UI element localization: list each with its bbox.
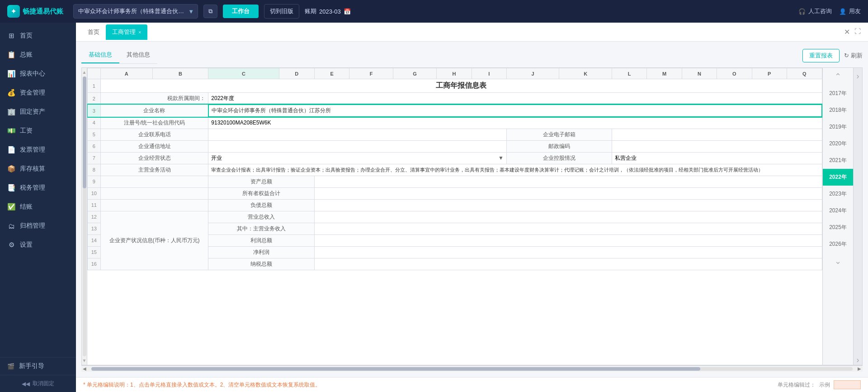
row5-value[interactable] [208, 129, 507, 140]
year-2021[interactable]: 2021年 [823, 152, 853, 169]
row2-value[interactable]: 2022年度 [208, 93, 822, 105]
unpin-button[interactable]: ◀◀ 取消固定 [0, 375, 76, 392]
sidebar-item-ledger[interactable]: 📋 总账 [0, 45, 76, 64]
row10-value[interactable] [315, 187, 822, 199]
col-header-a[interactable]: A [100, 68, 152, 79]
year-2025[interactable]: 2025年 [823, 219, 853, 236]
collapse-up-icon[interactable]: › [857, 72, 859, 81]
vscroll-thumb[interactable] [83, 76, 86, 188]
col-header-q[interactable]: Q [787, 68, 822, 79]
app-header: ✦ 畅捷通易代账 中审众环会计师事务所（特殊普通合伙… ▼ ⧉ 工作台 切到旧版… [0, 0, 868, 23]
reset-report-button[interactable]: 重置报表 [802, 49, 840, 62]
table-row-selected: 3 企业名称 中审众环会计师事务所（特殊普通合伙）江苏分所 [88, 105, 822, 117]
row6-value2[interactable] [612, 140, 822, 152]
sidebar-item-invoice[interactable]: 📄 发票管理 [0, 140, 76, 159]
hscroll-left-arrow[interactable]: ◀ [81, 366, 88, 371]
year-scroll-down[interactable]: ⌄ [833, 254, 843, 268]
year-2022[interactable]: 2022年 [823, 169, 853, 186]
row9-value[interactable] [315, 176, 822, 187]
workbench-button[interactable]: 工作台 [223, 5, 259, 18]
user-profile[interactable]: 👤 用友 [839, 7, 861, 15]
row13-sub-label: 其中：主营业务收入 [208, 223, 315, 234]
tab-home[interactable]: 首页 [83, 24, 104, 40]
sidebar-item-settle[interactable]: ✅ 结账 [0, 197, 76, 216]
calendar-icon[interactable]: 📅 [344, 8, 351, 15]
col-header-d[interactable]: D [279, 68, 314, 79]
col-header-m[interactable]: M [647, 68, 682, 79]
sidebar-item-salary[interactable]: 💵 工资 [0, 121, 76, 140]
sidebar-item-newguide[interactable]: 🎬 新手引导 [0, 357, 76, 375]
year-2024[interactable]: 2024年 [823, 202, 853, 219]
year-2017[interactable]: 2017年 [823, 85, 853, 102]
sidebar-label-settle: 结账 [20, 203, 33, 211]
sidebar-item-assets[interactable]: 🏢 固定资产 [0, 102, 76, 121]
row12-value[interactable] [315, 211, 822, 223]
year-2018[interactable]: 2018年 [823, 102, 853, 119]
col-header-e[interactable]: E [315, 68, 349, 79]
vscroll-up-arrow[interactable]: ▲ [82, 70, 87, 75]
row8-value[interactable]: 审查企业会计报表；出具审计报告；验证企业资本；出具验资报告；办理企业合开、分立、… [208, 164, 822, 176]
row7-value[interactable]: 开业 ▼ [208, 152, 507, 164]
col-header-l[interactable]: L [612, 68, 647, 79]
year-2020[interactable]: 2020年 [823, 135, 853, 152]
year-2019[interactable]: 2019年 [823, 119, 853, 135]
company-selector[interactable]: 中审众环会计师事务所（特殊普通合伙… ▼ [73, 4, 198, 19]
old-version-button[interactable]: 切到旧版 [264, 4, 299, 19]
row11-sub-label: 负债总额 [208, 199, 315, 211]
sidebar-item-report[interactable]: 📊 报表中心 [0, 64, 76, 83]
horizontal-scrollbar[interactable]: ◀ ▶ [81, 365, 863, 372]
col-header-h[interactable]: H [437, 68, 472, 79]
sidebar-item-tax[interactable]: 📑 税务管理 [0, 178, 76, 197]
consult-button[interactable]: 🎧 人工咨询 [798, 7, 832, 15]
collapse-down-icon[interactable]: › [857, 355, 859, 365]
col-header-f[interactable]: F [349, 68, 393, 79]
row-num-4: 4 [88, 117, 101, 129]
row16-value[interactable] [315, 258, 822, 270]
tab-close-icon[interactable]: × [138, 29, 141, 35]
dropdown-icon[interactable]: ▼ [498, 155, 504, 161]
col-header-o[interactable]: O [717, 68, 752, 79]
row-num-15: 15 [88, 246, 101, 258]
col-header-i[interactable]: I [472, 68, 506, 79]
row6-value[interactable] [208, 140, 507, 152]
year-2026[interactable]: 2026年 [823, 236, 853, 253]
col-header-n[interactable]: N [682, 68, 717, 79]
col-header-b[interactable]: B [152, 68, 208, 79]
refresh-button[interactable]: ↻ 刷新 [844, 52, 863, 60]
row7-value2[interactable]: 私营企业 [612, 152, 822, 164]
col-header-p[interactable]: P [752, 68, 787, 79]
tab-business-mgmt[interactable]: 工商管理 × [106, 24, 147, 40]
col-header-j[interactable]: J [506, 68, 559, 79]
col-header-k[interactable]: K [559, 68, 612, 79]
year-scroll-up[interactable]: ⌃ [833, 70, 843, 83]
sheet-table: A B C D E F G H I J [87, 68, 822, 270]
row15-value[interactable] [315, 246, 822, 258]
year-2023[interactable]: 2023年 [823, 186, 853, 202]
hscroll-thumb[interactable] [91, 367, 700, 371]
sidebar-item-finance[interactable]: 💰 资金管理 [0, 83, 76, 102]
row13-value[interactable] [315, 223, 822, 234]
row11-value[interactable] [315, 199, 822, 211]
row2-label: 税款所属期间： [100, 93, 208, 105]
sidebar-item-archive[interactable]: 🗂 归档管理 [0, 216, 76, 235]
sidebar-item-home[interactable]: ⊞ 首页 [0, 26, 76, 45]
spreadsheet-inner[interactable]: A B C D E F G H I J [87, 68, 822, 365]
company-copy-button[interactable]: ⧉ [203, 5, 217, 18]
row3-value[interactable]: 中审众环会计师事务所（特殊普通合伙）江苏分所 [208, 105, 822, 117]
sub-tab-other[interactable]: 其他信息 [119, 47, 157, 63]
window-expand-icon[interactable]: ⛶ [854, 28, 861, 36]
col-header-g[interactable]: G [393, 68, 437, 79]
vscroll-down-arrow[interactable]: ▼ [82, 358, 87, 363]
row4-value[interactable]: 91320100MA208E5W6K [208, 117, 822, 129]
sidebar-label-report: 报表中心 [20, 70, 45, 78]
window-close-icon[interactable]: ✕ [844, 28, 850, 36]
sub-tab-basic[interactable]: 基础信息 [81, 47, 119, 63]
sidebar-item-inventory[interactable]: 📦 库存核算 [0, 159, 76, 178]
hscroll-right-arrow[interactable]: ▶ [856, 366, 863, 371]
row14-value[interactable] [315, 234, 822, 246]
sidebar-item-settings[interactable]: ⚙ 设置 [0, 235, 76, 254]
col-header-c[interactable]: C [208, 68, 279, 79]
hscroll-track[interactable] [91, 367, 853, 371]
row5-value2[interactable] [612, 129, 822, 140]
sidebar-label-ledger: 总账 [20, 51, 33, 59]
